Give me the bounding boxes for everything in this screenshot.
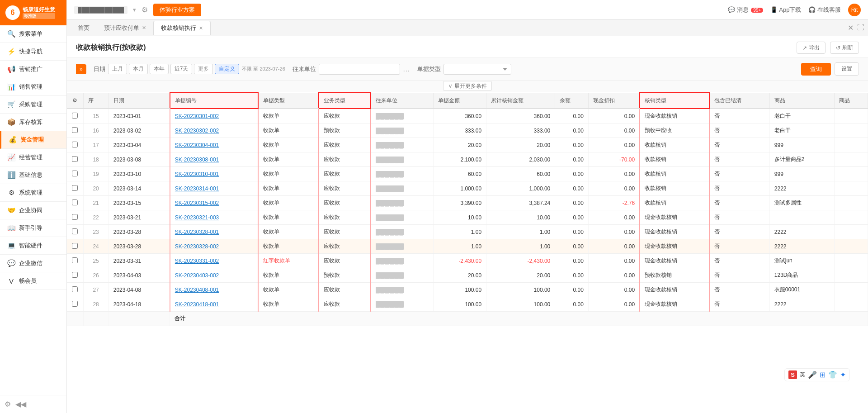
cell-checkbox-6[interactable] <box>67 196 83 210</box>
message-icon[interactable]: 💬 消息 99+ <box>728 6 763 14</box>
sidebar-item-6[interactable]: 💰资金管理 <box>0 131 66 149</box>
doc-link-6[interactable]: SK-20230315-002 <box>175 200 219 206</box>
more-date-btn[interactable]: 更多 <box>194 64 213 74</box>
maximize-icon[interactable]: ⛶ <box>857 24 864 32</box>
doc-link-10[interactable]: SK-20230331-002 <box>175 258 219 264</box>
setting-button[interactable]: 设置 <box>835 62 859 76</box>
table-header-row: ⚙ 序 日期 单据编号 单据类型 业务类型 往来单位 单据金额 累计核销金额 余… <box>67 93 868 109</box>
cell-writetype-13: 现金收款核销 <box>640 297 709 312</box>
settings-bottom-icon[interactable]: ⚙ <box>5 400 11 408</box>
sidebar-icon-2: 📢 <box>7 65 15 73</box>
sidebar-item-10[interactable]: 🤝企业协同 <box>0 202 66 219</box>
last-month-btn[interactable]: 上月 <box>108 64 127 74</box>
workspace-chevron-icon[interactable]: ▾ <box>133 6 136 13</box>
custom-date-btn[interactable]: 自定义 <box>215 64 239 74</box>
tab-home[interactable]: 首页 <box>71 21 97 35</box>
table-settings-icon[interactable]: ⚙ <box>72 97 77 104</box>
tab-prepay-close[interactable]: ✕ <box>142 25 146 31</box>
export-button[interactable]: ↗ 导出 <box>797 42 826 54</box>
sidebar-item-0[interactable]: 🔍搜索菜单 <box>0 25 66 43</box>
cell-doctype-9: 收款单 <box>258 239 319 254</box>
sidebar-item-5[interactable]: 📦库存核算 <box>0 114 66 131</box>
doc-link-11[interactable]: SK-20230403-002 <box>175 272 219 279</box>
cell-checkbox-9[interactable] <box>67 239 83 254</box>
cell-checkbox-1[interactable] <box>67 123 83 138</box>
sidebar-item-9[interactable]: ⚙系统管理 <box>0 184 66 202</box>
cell-cumwrite-3: 2,030.00 <box>486 152 555 167</box>
sidebar-item-4[interactable]: 🛒采购管理 <box>0 96 66 114</box>
cell-amount-7: 10.00 <box>433 210 486 225</box>
collapse-icon[interactable]: ◀◀ <box>15 400 26 408</box>
close-tab-icon[interactable]: ✕ <box>848 24 854 32</box>
this-month-btn[interactable]: 本月 <box>129 64 148 74</box>
topbar: ████████████ ▾ ⚙ 体验行业方案 💬 消息 99+ 📱 App下载… <box>67 0 868 20</box>
cell-checkbox-0[interactable] <box>67 109 83 123</box>
this-year-btn[interactable]: 本年 <box>150 64 169 74</box>
cell-writetype-7: 现金收款核销 <box>640 210 709 225</box>
sidebar-item-2[interactable]: 📢营销推广 <box>0 61 66 78</box>
cell-cashdisc-1: 0.00 <box>588 123 640 138</box>
refresh-button[interactable]: ↺ 刷新 <box>830 42 859 54</box>
cell-checkbox-10[interactable] <box>67 254 83 268</box>
doc-link-7[interactable]: SK-20230321-003 <box>175 214 219 221</box>
sidebar-item-13[interactable]: 💬企业微信 <box>0 255 66 272</box>
cell-checkbox-7[interactable] <box>67 210 83 225</box>
page-content: 收款核销执行(按收款) ↗ 导出 ↺ 刷新 » 日期 上月 本月 本 <box>67 36 868 413</box>
tab-prepay[interactable]: 预计应收付单 ✕ <box>97 21 153 35</box>
cell-no-12: 27 <box>83 283 108 297</box>
gear-icon[interactable]: ⚙ <box>142 5 148 14</box>
sidebar-item-1[interactable]: ⚡快捷导航 <box>0 43 66 61</box>
cell-checkbox-3[interactable] <box>67 152 83 167</box>
sidebar-item-8[interactable]: ℹ️基础信息 <box>0 166 66 184</box>
doc-link-13[interactable]: SK-20230418-001 <box>175 301 219 308</box>
cell-checkbox-11[interactable] <box>67 268 83 283</box>
app-download-link[interactable]: 📱 App下载 <box>770 6 801 14</box>
cell-no-6: 21 <box>83 196 108 210</box>
cell-checkbox-2[interactable] <box>67 138 83 152</box>
doc-link-8[interactable]: SK-20230328-001 <box>175 229 219 235</box>
last-7days-btn[interactable]: 近7天 <box>170 64 193 74</box>
cell-no-11: 26 <box>83 268 108 283</box>
doc-link-12[interactable]: SK-20230408-001 <box>175 287 219 293</box>
query-button[interactable]: 查询 <box>801 63 831 76</box>
doctype-filter-select[interactable] <box>443 64 511 75</box>
main-area: ████████████ ▾ ⚙ 体验行业方案 💬 消息 99+ 📱 App下载… <box>67 0 868 413</box>
sidebar-item-11[interactable]: 📖新手引导 <box>0 219 66 237</box>
industry-solution-button[interactable]: 体验行业方案 <box>153 4 201 16</box>
doc-link-0[interactable]: SK-20230301-002 <box>175 113 219 119</box>
cell-checkbox-13[interactable] <box>67 297 83 312</box>
cell-partner-11: ██████ <box>371 268 433 283</box>
cell-doctype-11: 收款单 <box>258 268 319 283</box>
expand-conditions-btn[interactable]: ∨ 展开更多条件 <box>443 81 491 91</box>
doc-link-3[interactable]: SK-20230308-001 <box>175 157 219 163</box>
th-gear[interactable]: ⚙ <box>67 93 83 109</box>
doc-link-2[interactable]: SK-20230304-001 <box>175 142 219 148</box>
doc-link-1[interactable]: SK-20230302-002 <box>175 128 219 134</box>
cell-amount-9: 1.00 <box>433 239 486 254</box>
partner-more-icon[interactable]: … <box>403 65 410 73</box>
filter-toggle-button[interactable]: » <box>76 64 86 74</box>
sidebar-logo: 6 畅康道好生意 标推版 <box>0 0 66 25</box>
cell-checkbox-5[interactable] <box>67 181 83 196</box>
cell-checkbox-8[interactable] <box>67 225 83 239</box>
sidebar-item-12[interactable]: 💻智能硬件 <box>0 237 66 255</box>
cell-includeclear-0: 否 <box>709 109 769 123</box>
cell-cumwrite-0: 360.00 <box>486 109 555 123</box>
sidebar-item-3[interactable]: 📊销售管理 <box>0 78 66 96</box>
doc-link-9[interactable]: SK-20230328-002 <box>175 243 219 250</box>
doc-link-5[interactable]: SK-20230314-001 <box>175 185 219 192</box>
cell-goods2-6 <box>835 196 868 210</box>
cell-checkbox-4[interactable] <box>67 167 83 181</box>
cell-checkbox-12[interactable] <box>67 283 83 297</box>
user-avatar[interactable]: Rit <box>848 4 861 16</box>
sidebar-item-14[interactable]: V畅会员 <box>0 272 66 290</box>
sidebar-item-7[interactable]: 📈经营管理 <box>0 149 66 166</box>
partner-filter-input[interactable] <box>319 64 400 75</box>
tab-collection-close[interactable]: ✕ <box>199 25 203 31</box>
online-service-link[interactable]: 🎧 在线客服 <box>808 6 841 14</box>
sidebar-icon-14: V <box>7 277 15 285</box>
sidebar-icon-8: ℹ️ <box>7 171 15 179</box>
doc-link-4[interactable]: SK-20230310-001 <box>175 171 219 177</box>
tab-collection[interactable]: 收款核销执行 ✕ <box>153 21 211 35</box>
cell-cashdisc-6: -2.76 <box>588 196 640 210</box>
